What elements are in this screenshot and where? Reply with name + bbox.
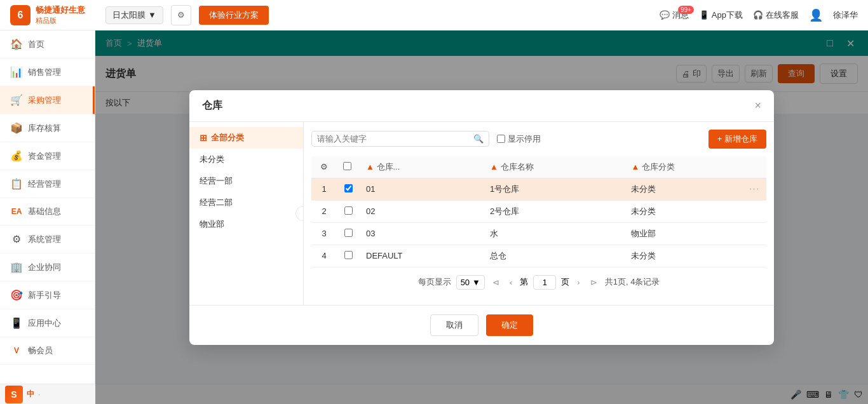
- row-name: 2号仓库: [484, 200, 625, 222]
- page-number-input[interactable]: [533, 275, 556, 290]
- sidebar-item-guide[interactable]: 🎯 新手引导: [0, 281, 95, 309]
- table-row[interactable]: 2 02 2号仓库 未分类: [311, 200, 766, 222]
- category-unclassified[interactable]: 未分类: [189, 149, 303, 170]
- row-checkbox-cell[interactable]: [337, 222, 360, 245]
- sidebar-item-sales[interactable]: 📊 销售管理: [0, 58, 95, 86]
- user-avatar[interactable]: 👤: [809, 8, 823, 22]
- modal-body: 《 ⊞ 全部分类 未分类 经营一部 经营二部: [189, 122, 774, 305]
- sidebar-item-label: 经营管理: [28, 178, 61, 190]
- finance-icon: 💰: [10, 150, 23, 162]
- sidebar-item-finance[interactable]: 💰 资金管理: [0, 142, 95, 170]
- basic-info-icon: EA: [10, 207, 23, 216]
- sidebar-item-app-center[interactable]: 📱 应用中心: [0, 309, 95, 337]
- col-checkbox[interactable]: [337, 156, 360, 178]
- modal-close-button[interactable]: ×: [754, 99, 761, 112]
- app-center-icon: 📱: [10, 317, 23, 329]
- search-input[interactable]: [317, 134, 473, 144]
- last-page-button[interactable]: ⊳: [588, 276, 600, 288]
- select-all-checkbox[interactable]: [343, 162, 351, 170]
- row-checkbox-cell[interactable]: [337, 245, 360, 267]
- per-page-select[interactable]: 50 ▼: [456, 275, 485, 290]
- sidebar-item-home[interactable]: 🏠 首页: [0, 30, 95, 58]
- category-panel: 《 ⊞ 全部分类 未分类 经营一部 经营二部: [189, 122, 304, 305]
- row-code: 03: [360, 222, 484, 245]
- sidebar: 🏠 首页 📊 销售管理 🛒 采购管理 📦 库存核算 💰 资金管理 📋 经营管理 …: [0, 30, 95, 404]
- row-category: 未分类···: [625, 178, 766, 200]
- page-label: 第: [520, 276, 528, 288]
- modal-title: 仓库: [202, 99, 222, 112]
- modal-overlay: 仓库 × 《 ⊞ 全部分类 未分类: [95, 30, 868, 404]
- message-badge: 99+: [678, 6, 694, 14]
- sidebar-item-label: 系统管理: [28, 234, 61, 245]
- category-property[interactable]: 物业部: [189, 213, 303, 235]
- sidebar-item-purchase[interactable]: 🛒 采购管理: [0, 86, 95, 114]
- category-all[interactable]: ⊞ 全部分类: [189, 127, 303, 149]
- table-row[interactable]: 3 03 水 物业部: [311, 222, 766, 245]
- row-code: 02: [360, 200, 484, 222]
- confirm-button[interactable]: 确定: [486, 314, 533, 336]
- show-disabled-checkbox[interactable]: 显示停用: [497, 133, 541, 145]
- sidebar-item-inventory[interactable]: 📦 库存核算: [0, 114, 95, 142]
- first-page-button[interactable]: ⊲: [490, 276, 502, 288]
- sidebar-item-label: 基础信息: [28, 206, 61, 217]
- sidebar-item-label: 资金管理: [28, 151, 61, 162]
- settings-icon: ⚙: [320, 162, 328, 172]
- modal-footer: 取消 确定: [189, 305, 774, 345]
- category-ops1[interactable]: 经营一部: [189, 170, 303, 192]
- sidebar-item-enterprise[interactable]: 🏢 企业协同: [0, 253, 95, 281]
- user-name[interactable]: 徐泽华: [833, 10, 858, 21]
- row-number: 4: [311, 245, 337, 267]
- chevron-down-icon: ▼: [472, 278, 480, 287]
- enterprise-icon: 🏢: [10, 261, 23, 273]
- online-service-button[interactable]: 🎧 在线客服: [753, 10, 799, 21]
- row-name: 总仓: [484, 245, 625, 267]
- logo-icon: 6: [10, 5, 31, 25]
- sidebar-item-system[interactable]: ⚙ 系统管理: [0, 226, 95, 253]
- purchase-icon: 🛒: [10, 94, 23, 106]
- next-page-button[interactable]: ›: [574, 276, 582, 288]
- row-category: 未分类: [625, 200, 766, 222]
- col-settings[interactable]: ⚙: [311, 156, 337, 178]
- table-row[interactable]: 4 DEFAULT 总仓 未分类: [311, 245, 766, 267]
- app-download-button[interactable]: 📱 App下载: [699, 10, 743, 21]
- trial-button[interactable]: 体验行业方案: [199, 6, 269, 25]
- col-warehouse-category[interactable]: ▲ 仓库分类: [625, 156, 766, 178]
- gear-button[interactable]: ⚙: [171, 5, 191, 25]
- row-number: 1: [311, 178, 337, 200]
- row-code: DEFAULT: [360, 245, 484, 267]
- category-ops2[interactable]: 经营二部: [189, 192, 303, 213]
- col-warehouse-name[interactable]: ▲ 仓库名称: [484, 156, 625, 178]
- mobile-icon: 📱: [699, 10, 709, 20]
- home-icon: 🏠: [10, 38, 23, 50]
- sidebar-item-operations[interactable]: 📋 经营管理: [0, 170, 95, 198]
- per-page-label: 每页显示: [418, 276, 451, 288]
- warehouse-modal: 仓库 × 《 ⊞ 全部分类 未分类: [189, 90, 774, 345]
- sidebar-item-label: 销售管理: [28, 67, 61, 78]
- add-warehouse-button[interactable]: + 新增仓库: [709, 130, 766, 149]
- row-checkbox-cell[interactable]: [337, 200, 360, 222]
- top-header: 6 畅捷通好生意 精品版 日太阳膜 ▼ ⚙ 体验行业方案 💬 消息 99+ 📱 …: [0, 0, 868, 30]
- cancel-button[interactable]: 取消: [430, 314, 478, 336]
- row-actions-button[interactable]: ···: [749, 184, 760, 193]
- sidebar-item-member[interactable]: V 畅会员: [0, 337, 95, 365]
- table-head: ⚙ ▲ 仓库...: [311, 156, 766, 178]
- grid-icon: ⊞: [200, 133, 207, 143]
- prev-page-button[interactable]: ‹: [507, 276, 515, 288]
- sales-icon: 📊: [10, 66, 23, 78]
- sort-icon-name: ▲: [490, 162, 498, 172]
- message-button[interactable]: 💬 消息 99+: [660, 10, 689, 21]
- total-count: 共1页, 4条记录: [605, 276, 660, 288]
- table-body: 1 01 1号仓库 未分类··· 2 02 2号仓库 未分类 3 03 水 物业…: [311, 178, 766, 267]
- show-disabled-input[interactable]: [497, 135, 505, 143]
- col-warehouse-code[interactable]: ▲ 仓库...: [360, 156, 484, 178]
- store-selector[interactable]: 日太阳膜 ▼: [105, 6, 163, 24]
- row-name: 1号仓库: [484, 178, 625, 200]
- table-row[interactable]: 1 01 1号仓库 未分类···: [311, 178, 766, 200]
- row-checkbox-cell[interactable]: [337, 178, 360, 200]
- sidebar-item-basic-info[interactable]: EA 基础信息: [0, 198, 95, 226]
- inventory-icon: 📦: [10, 122, 23, 134]
- user-icon: 👤: [809, 8, 823, 22]
- search-icon[interactable]: 🔍: [473, 134, 484, 144]
- sort-icon-code: ▲: [366, 162, 374, 172]
- system-icon: ⚙: [10, 233, 23, 245]
